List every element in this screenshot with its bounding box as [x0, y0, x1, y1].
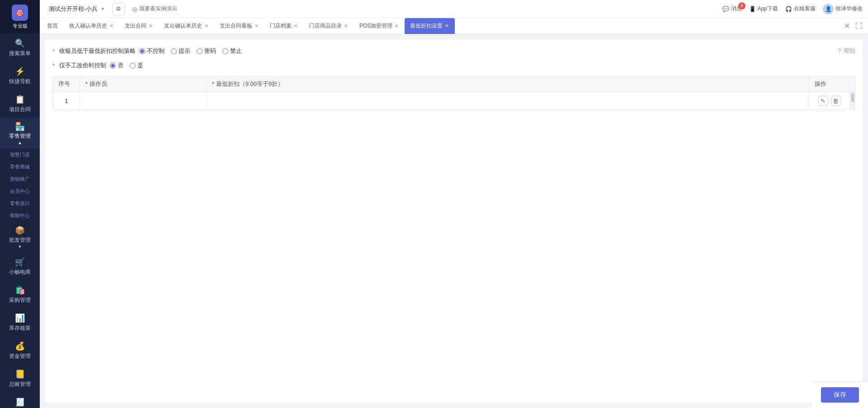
app-logo-icon: 🎯	[12, 5, 28, 21]
radio-no[interactable]: 否	[110, 61, 123, 70]
tabs-fullscreen-button[interactable]: ⛶	[854, 21, 864, 31]
page-panel: ？ 帮助 * 收银员低于最低折扣控制策略 不控制 提示	[45, 40, 863, 403]
tab-close-icon[interactable]: ✕	[395, 23, 399, 29]
help-icon-button[interactable]: ？ 帮助	[836, 47, 855, 55]
project-name: 测试分开开程-小兵	[49, 5, 98, 13]
field2-radio-group: 否 是	[110, 61, 143, 70]
tab-payment-contract[interactable]: 支出合同 ✕	[119, 18, 159, 34]
tab-close-icon[interactable]: ✕	[204, 23, 208, 29]
scrollbar-thumb	[851, 93, 854, 102]
batch-mgmt-icon: 📦	[15, 225, 25, 235]
tab-income-confirm-history[interactable]: 收入确认单历史 ✕	[64, 18, 119, 34]
sidebar-item-label: 总账管理	[9, 380, 31, 388]
inventory-icon: 📊	[15, 313, 25, 323]
sidebar-item-label: 零售统计	[10, 200, 30, 207]
message-icon: 💬	[722, 6, 729, 12]
radio-hint[interactable]: 提示	[171, 47, 190, 55]
purchase-mgmt-icon: 🛍️	[15, 285, 25, 295]
sidebar-item-label: 智慧门店	[10, 151, 30, 158]
required-star: *	[52, 48, 55, 55]
edit-row-button[interactable]: ✎	[818, 96, 828, 106]
radio-forbid[interactable]: 禁止	[222, 47, 242, 55]
topbar-settings-button[interactable]: ⚙	[112, 3, 125, 15]
online-service-button[interactable]: 🎧 在线客服	[785, 5, 816, 13]
col-header-min-discount: * 最低折扣（9.00等于9折）	[207, 76, 809, 92]
sidebar-item-retail-mgmt[interactable]: 🏪 零售管理 ▲	[0, 118, 40, 149]
sidebar-item-inventory[interactable]: 📊 库存核算	[0, 309, 40, 337]
demo-link[interactable]: ◎ 我要看实例演示	[132, 5, 177, 13]
radio-yes[interactable]: 是	[130, 61, 143, 70]
sidebar-item-help-center[interactable]: 帮助中心	[0, 210, 40, 222]
tab-store-product-catalog[interactable]: 门店商品目录 ✕	[304, 18, 354, 34]
sidebar-item-shortcut-nav[interactable]: ⚡ 快捷导航	[0, 62, 40, 90]
cell-operator[interactable]	[80, 92, 207, 110]
gear-icon: ⚙	[116, 5, 121, 12]
shortcut-nav-icon: ⚡	[15, 66, 25, 76]
main-area: 测试分开开程-小兵 ▼ ⚙ ◎ 我要看实例演示 💬 消息 8 📱 App下载 🎧…	[40, 0, 868, 408]
tab-close-icon[interactable]: ✕	[109, 23, 113, 29]
sidebar-item-label: 批发管理	[9, 236, 31, 244]
cell-min-discount[interactable]	[207, 92, 809, 110]
sidebar-item-search-menu[interactable]: 🔍 搜索菜单	[0, 34, 40, 62]
tab-pos-password-mgmt[interactable]: POS加密管理 ✕	[354, 18, 405, 34]
sidebar-item-purchase-mgmt[interactable]: 🛍️ 采购管理	[0, 281, 40, 309]
action-icons: ✎ 🗑	[815, 96, 844, 106]
sidebar-item-label: 小畅电商	[9, 268, 31, 276]
sidebar-item-smart-store[interactable]: 智慧门店	[0, 149, 40, 161]
tab-close-icon[interactable]: ✕	[445, 23, 449, 29]
message-button[interactable]: 💬 消息 8	[722, 5, 742, 13]
page-content: ？ 帮助 * 收银员低于最低折扣控制策略 不控制 提示	[40, 34, 868, 408]
discount-table: 序号 * 操作员 * 最低折扣（9.00等于9折） 操作	[52, 76, 855, 110]
save-button[interactable]: 保存	[821, 387, 859, 403]
tab-min-discount-settings[interactable]: 最低折扣设置 ✕	[405, 18, 455, 34]
sidebar-item-batch-mgmt[interactable]: 📦 批发管理 ▼	[0, 222, 40, 253]
radio-password[interactable]: 密码	[197, 47, 216, 55]
app-download-button[interactable]: 📱 App下载	[749, 5, 778, 13]
sidebar-item-retail-mall[interactable]: 零售商城	[0, 161, 40, 173]
help-label: 帮助	[844, 47, 855, 55]
tab-label: 门店商品目录	[309, 22, 342, 30]
batch-mgmt-arrow: ▼	[18, 244, 22, 249]
funds-mgmt-icon: 💰	[15, 341, 25, 351]
tab-close-icon[interactable]: ✕	[255, 23, 259, 29]
cell-seq: 1	[53, 92, 80, 110]
app-download-icon: 📱	[749, 6, 756, 12]
sidebar-item-general-ledger[interactable]: 📒 总账管理	[0, 365, 40, 393]
form-row-cashier-policy: * 收银员低于最低折扣控制策略 不控制 提示 密码	[52, 47, 855, 55]
sidebar-item-invoice-mgmt[interactable]: 🧾 发票管理	[0, 393, 40, 408]
sidebar-item-retail-stats[interactable]: 零售统计	[0, 197, 40, 210]
topbar-right: 💬 消息 8 📱 App下载 🎧 在线客服 👤 徐泽华修改	[722, 4, 863, 14]
sidebar-item-ecommerce[interactable]: 🛒 小畅电商	[0, 253, 40, 281]
retail-mgmt-arrow: ▲	[18, 141, 22, 145]
tab-label: 首页	[47, 22, 58, 30]
sidebar-item-funds-mgmt[interactable]: 💰 资金管理	[0, 337, 40, 365]
cell-action: ✎ 🗑	[809, 92, 850, 110]
user-avatar: 👤	[823, 4, 834, 14]
tab-home[interactable]: 首页	[42, 18, 64, 34]
app-download-label: App下载	[758, 5, 778, 13]
sidebar-item-label: 帮助中心	[10, 212, 30, 219]
tab-close-icon[interactable]: ✕	[294, 23, 298, 29]
message-badge: 8	[738, 2, 745, 9]
project-selector[interactable]: 测试分开开程-小兵 ▼	[45, 0, 108, 18]
delete-row-button[interactable]: 🗑	[831, 96, 841, 106]
tabs-close-all-button[interactable]: ✕	[842, 21, 852, 31]
user-button[interactable]: 👤 徐泽华修改	[823, 4, 863, 14]
sidebar-item-project-contract[interactable]: 📋 项目合同	[0, 90, 40, 118]
radio-nocontrol[interactable]: 不控制	[139, 47, 165, 55]
sidebar-item-member-center[interactable]: 会员中心	[0, 185, 40, 197]
field2-label: 仅手工改价时控制	[59, 61, 106, 70]
tab-close-icon[interactable]: ✕	[149, 23, 153, 29]
tab-payment-contract-board[interactable]: 支出合同看板 ✕	[214, 18, 264, 34]
table-row: 1 ✎ 🗑	[53, 92, 855, 110]
demo-text: 我要看实例演示	[139, 5, 177, 13]
tab-store-profile[interactable]: 门店档案 ✕	[264, 18, 304, 34]
required-star: *	[52, 62, 55, 69]
tabs-actions: ✕ ⛶	[842, 21, 866, 31]
tab-close-icon[interactable]: ✕	[344, 23, 348, 29]
tab-payment-confirm-history[interactable]: 支出确认单历史 ✕	[159, 18, 214, 34]
radio-nocontrol-label: 不控制	[147, 47, 165, 55]
sidebar-item-label: 项目合同	[9, 106, 31, 113]
sidebar-item-label: 零售商城	[10, 164, 30, 170]
sidebar-item-marketing[interactable]: 营销推广	[0, 173, 40, 185]
